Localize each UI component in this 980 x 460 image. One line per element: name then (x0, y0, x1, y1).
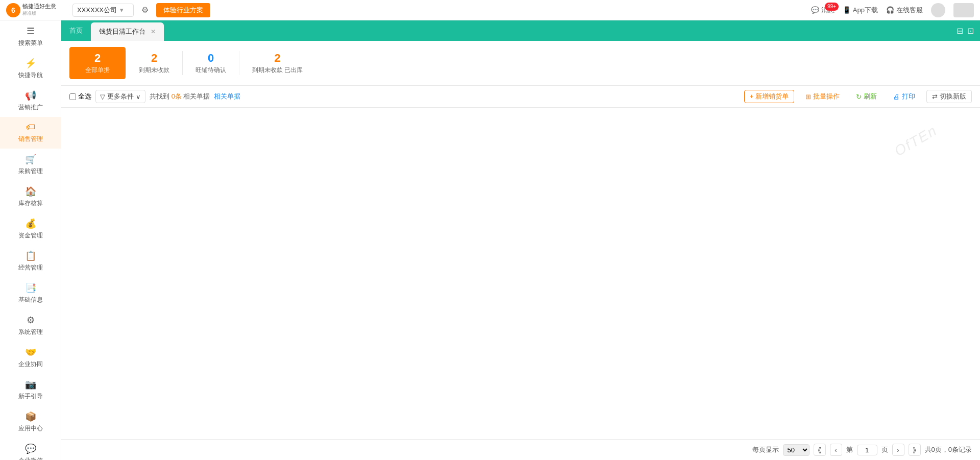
sidebar-search-label: 搜索菜单 (18, 39, 43, 47)
appcenter-icon: 📦 (25, 411, 36, 422)
per-page-select[interactable]: 50 20 100 (783, 444, 810, 456)
sidebar: ☰ 搜索菜单 ⚡ 快捷导航 📢 营销推广 🏷 销售管理 🛒 采购管理 🏠 库存核… (0, 20, 61, 460)
inventory-icon: 🏠 (25, 186, 36, 197)
tab-bar: 首页 钱货日清工作台 ✕ ⊟ ⊡ (61, 20, 980, 41)
logo-text: 畅捷通好生意 (22, 3, 56, 10)
select-all-checkbox[interactable]: 全选 (69, 92, 91, 101)
refresh-button[interactable]: ↻ 刷新 (851, 90, 882, 103)
sidebar-item-appcenter[interactable]: 📦 应用中心 (0, 406, 61, 438)
sidebar-item-system[interactable]: ⚙ 系统管理 (0, 309, 61, 342)
switch-new-button[interactable]: ⇄ 切换新版 (926, 90, 972, 103)
capital-icon: 💰 (25, 218, 36, 229)
cooperation-icon: 🤝 (25, 347, 36, 358)
related-orders-button[interactable]: 相关单据 (214, 92, 240, 101)
card-wangpu-label: 旺铺待确认 (195, 66, 226, 75)
topbar: 6 畅捷通好生意 标准版 XXXXXX公司 ▾ ⚙ 体验行业方案 💬 消息 99… (0, 0, 980, 20)
found-count: 0条 (172, 92, 182, 100)
page-next-button[interactable]: › (892, 444, 904, 456)
user-menu[interactable] (953, 3, 974, 17)
sidebar-item-search[interactable]: ☰ 搜索菜单 (0, 20, 61, 53)
message-item[interactable]: 💬 消息 99+ (811, 6, 835, 15)
sidebar-item-sales[interactable]: 🏷 销售管理 (0, 117, 61, 149)
tab-expand-button[interactable]: ⊡ (967, 26, 974, 36)
page-label: 页 (881, 445, 888, 454)
refresh-icon: ↻ (856, 93, 862, 101)
found-text: 共找到 0条 相关单据 (150, 92, 210, 101)
summary-cards: 2 全部单据 2 到期未收款 0 旺铺待确认 2 到期未收款 已出库 (61, 41, 980, 86)
tab-home[interactable]: 首页 (61, 20, 91, 41)
operation-icon: 📋 (25, 250, 36, 261)
sidebar-item-cooperation[interactable]: 🤝 企业协同 (0, 342, 61, 374)
tab-workbench[interactable]: 钱货日清工作台 ✕ (91, 22, 164, 41)
page-word: 第 (846, 445, 853, 454)
online-service-label: 在线客服 (896, 6, 923, 15)
topbar-right: 💬 消息 99+ 📱 App下载 🎧 在线客服 (811, 3, 974, 17)
sidebar-quicknav-label: 快捷导航 (18, 71, 43, 80)
chevron-down-icon: ∨ (136, 93, 141, 101)
sidebar-item-baseinfo[interactable]: 📑 基础信息 (0, 277, 61, 309)
page-prev-button[interactable]: ‹ (830, 444, 842, 456)
sidebar-operation-label: 经营管理 (18, 263, 43, 272)
tab-bar-right: ⊟ ⊡ (957, 26, 980, 36)
page-input[interactable] (857, 445, 877, 455)
sidebar-item-capital[interactable]: 💰 资金管理 (0, 213, 61, 245)
summary-card-overdue[interactable]: 2 到期未收款 (126, 47, 182, 79)
enterprise-wechat-icon: 💬 (25, 443, 36, 454)
main-layout: ☰ 搜索菜单 ⚡ 快捷导航 📢 营销推广 🏷 销售管理 🛒 采购管理 🏠 库存核… (0, 20, 980, 460)
page-last-button[interactable]: ⟫ (909, 444, 921, 456)
sidebar-guide-label: 新手引导 (18, 392, 43, 401)
sidebar-inventory-label: 库存核算 (18, 199, 43, 208)
app-download-item[interactable]: 📱 App下载 (843, 6, 878, 15)
add-sales-button[interactable]: + 新增销货单 (744, 90, 794, 103)
sidebar-item-guide[interactable]: 📷 新手引导 (0, 374, 61, 406)
per-page-label: 每页显示 (752, 445, 779, 454)
batch-label: 批量操作 (813, 92, 840, 101)
tab-close-icon[interactable]: ✕ (151, 28, 156, 35)
toolbar-right: + 新增销货单 ⊞ 批量操作 ↻ 刷新 🖨 打印 ⇄ (744, 90, 972, 103)
sidebar-baseinfo-label: 基础信息 (18, 296, 43, 304)
tab-minimize-button[interactable]: ⊟ (957, 26, 963, 36)
summary-card-wangpu[interactable]: 0 旺铺待确认 (183, 47, 239, 79)
print-icon: 🖨 (893, 93, 900, 101)
card-all-label: 全部单据 (85, 66, 110, 75)
batch-icon: ⊞ (805, 93, 811, 101)
sidebar-item-inventory[interactable]: 🏠 库存核算 (0, 181, 61, 213)
sidebar-cooperation-label: 企业协同 (18, 360, 43, 369)
switch-new-label: 切换新版 (940, 92, 966, 101)
select-all-label: 全选 (78, 92, 91, 101)
message-badge: 99+ (825, 3, 839, 11)
company-name: XXXXXX公司 (77, 6, 117, 15)
card-wangpu-count: 0 (208, 52, 214, 65)
card-shipped-count: 2 (275, 52, 281, 65)
content-area: 首页 钱货日清工作台 ✕ ⊟ ⊡ 2 全部单据 2 (61, 20, 980, 460)
page-first-button[interactable]: ⟪ (814, 444, 826, 456)
avatar[interactable] (931, 3, 945, 17)
summary-card-shipped[interactable]: 2 到期未收款 已出库 (239, 47, 315, 79)
card-overdue-label: 到期未收款 (139, 66, 169, 75)
system-icon: ⚙ (27, 314, 35, 326)
company-selector[interactable]: XXXXXX公司 ▾ (72, 4, 134, 17)
sidebar-enterprise-wechat-label: 企业微信 (18, 456, 43, 460)
marketing-icon: 📢 (25, 90, 36, 101)
select-all-input[interactable] (69, 93, 76, 100)
phone-icon: 📱 (843, 6, 851, 14)
batch-operation-button[interactable]: ⊞ 批量操作 (800, 90, 845, 103)
app-download-label: App下载 (853, 6, 878, 15)
trial-button[interactable]: 体验行业方案 (156, 3, 210, 17)
sidebar-item-quicknav[interactable]: ⚡ 快捷导航 (0, 53, 61, 85)
online-service-item[interactable]: 🎧 在线客服 (886, 6, 923, 15)
guide-icon: 📷 (25, 379, 36, 390)
pagination: 每页显示 50 20 100 ⟪ ‹ 第 页 › ⟫ 共0页，0条记录 (61, 439, 980, 460)
print-button[interactable]: 🖨 打印 (888, 90, 920, 103)
more-conditions-button[interactable]: ▽ 更多条件 ∨ (95, 90, 145, 103)
total-info: 共0页，0条记录 (925, 445, 972, 454)
print-label: 打印 (902, 92, 915, 101)
service-icon: 🎧 (886, 6, 894, 14)
settings-icon[interactable]: ⚙ (138, 3, 152, 17)
summary-card-all[interactable]: 2 全部单据 (69, 47, 126, 79)
sidebar-item-marketing[interactable]: 📢 营销推广 (0, 85, 61, 117)
sidebar-appcenter-label: 应用中心 (18, 424, 43, 433)
sidebar-item-operation[interactable]: 📋 经营管理 (0, 245, 61, 277)
sidebar-item-enterprise-wechat[interactable]: 💬 企业微信 (0, 438, 61, 460)
sidebar-item-purchase[interactable]: 🛒 采购管理 (0, 149, 61, 181)
